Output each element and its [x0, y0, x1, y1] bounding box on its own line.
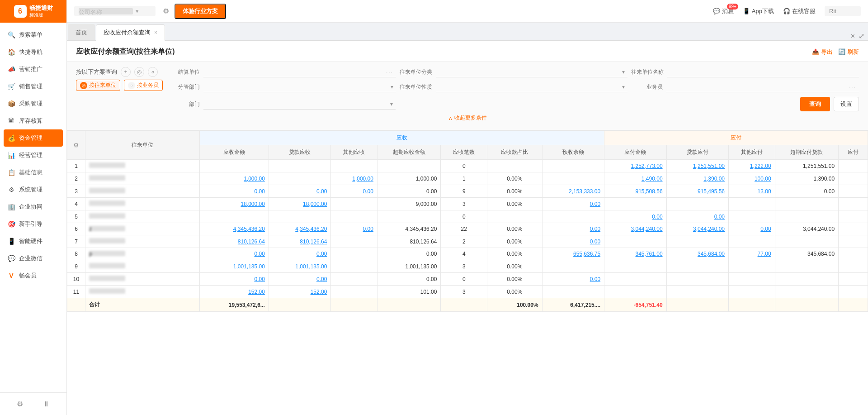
- filter-field-dept-manager: 分管部门 ▾: [168, 82, 396, 92]
- dept-select[interactable]: ▾: [203, 99, 396, 110]
- table-wrapper[interactable]: ⚙ 往来单位 应收 应付 应收金额 贷款应收 其他应收 超期应收金额 应收笔数 …: [67, 130, 868, 415]
- capital-icon: 💰: [7, 134, 15, 142]
- tab-close-icon[interactable]: ×: [154, 29, 157, 36]
- th-ar-loan: 贷款应收: [269, 145, 330, 160]
- th-ar-prepaid: 预收余额: [542, 145, 604, 160]
- sidebar-item-member[interactable]: V 畅会员: [0, 267, 66, 284]
- sidebar-label-capital: 资金管理: [19, 134, 42, 142]
- partner-nature-select[interactable]: ▾: [436, 82, 627, 92]
- sidebar-item-capital[interactable]: 💰 资金管理: [4, 129, 63, 147]
- th-ar-amount: 应收金额: [199, 145, 269, 160]
- tab-ar-ap[interactable]: 应收应付余额查询 ×: [96, 24, 165, 41]
- th-ap-loan: 贷款应付: [666, 145, 728, 160]
- table-row: 100.000.000.0000.00%0.00: [67, 273, 868, 286]
- operations-icon: 📊: [7, 151, 15, 159]
- th-partner: 往来单位: [85, 131, 200, 160]
- message-button[interactable]: 💬 消息 99+: [713, 7, 734, 15]
- sidebar-label-enterprise: 企业协同: [19, 203, 42, 211]
- scheme-tag-by-staff[interactable]: ○ 按业务员: [124, 80, 163, 91]
- marketing-icon: 📣: [7, 65, 15, 73]
- sidebar-item-sales[interactable]: 🛒 销售管理: [0, 78, 66, 95]
- sidebar-item-enterprise[interactable]: 🏢 企业协同: [0, 198, 66, 215]
- sidebar-item-basic-info[interactable]: 📋 基础信息: [0, 164, 66, 181]
- scheme-settings-button[interactable]: ◎: [134, 67, 144, 77]
- scheme-tags: ◎ 按往来单位 ○ 按业务员: [76, 80, 163, 91]
- sidebar-label-operations: 经营管理: [19, 151, 42, 159]
- partner-cat-select[interactable]: ▾: [436, 67, 627, 77]
- page-header: 应收应付余额查询(按往来单位) 📤 导出 🔄 刷新: [67, 41, 868, 62]
- wechat-icon: 💬: [7, 254, 15, 262]
- tabbar-expand-button[interactable]: ⤢: [859, 32, 864, 40]
- app-download-button[interactable]: 📱 App下载: [743, 7, 774, 15]
- service-label: 在线客服: [792, 7, 816, 15]
- salesperson-input[interactable]: ···: [666, 82, 859, 92]
- tab-ar-ap-label: 应收应付余额查询: [104, 29, 151, 37]
- sidebar-item-marketing[interactable]: 📣 营销推广: [0, 61, 66, 78]
- sidebar-collapse-button[interactable]: ⏸: [42, 400, 50, 408]
- tabbar-close-button[interactable]: ×: [851, 32, 855, 40]
- footer-no: [67, 298, 85, 312]
- sidebar-item-inventory[interactable]: 🏛 库存核算: [0, 112, 66, 129]
- sidebar-settings-button[interactable]: ⚙: [17, 400, 23, 408]
- settlement-input[interactable]: ···: [203, 67, 396, 77]
- sidebar-label-purchase: 采购管理: [19, 100, 42, 108]
- scheme-left-button[interactable]: «: [148, 67, 158, 77]
- tab-home-label: 首页: [75, 29, 87, 37]
- sidebar-label-marketing: 营销推广: [19, 65, 42, 73]
- page-actions: 📤 导出 🔄 刷新: [812, 48, 859, 56]
- scheme-add-button[interactable]: +: [121, 67, 131, 77]
- partner-name: p: [85, 248, 200, 260]
- sidebar-item-operations[interactable]: 📊 经营管理: [0, 147, 66, 164]
- refresh-button[interactable]: 🔄 刷新: [838, 48, 859, 56]
- sidebar-item-wechat[interactable]: 💬 企业微信: [0, 250, 66, 267]
- partner-name: [85, 172, 200, 185]
- th-ar-ratio: 应收款占比: [487, 145, 542, 160]
- settings-button[interactable]: 设置: [834, 97, 859, 111]
- action-buttons: 查询 设置: [800, 97, 859, 111]
- sidebar-item-purchase[interactable]: 📦 采购管理: [0, 95, 66, 112]
- filter-row-1: 结算单位 ··· 往来单位分类 ▾ 往来单位名称: [168, 67, 859, 77]
- footer-ar-total: 19,553,472,6...: [199, 298, 269, 312]
- dropdown-arrow-icon2: ▾: [391, 84, 393, 90]
- filter-field-salesperson: 业务员 ···: [631, 82, 859, 92]
- online-service-button[interactable]: 🎧 在线客服: [783, 7, 816, 15]
- partner-name: [85, 260, 200, 273]
- filter-field-dept: 部门 ▾: [168, 99, 396, 110]
- sidebar-item-quick-nav[interactable]: 🏠 快捷导航: [0, 43, 66, 61]
- dept-label: 部门: [168, 100, 200, 108]
- table-row: 418,000.0018,000.009,000.0030.00%0.00: [67, 198, 868, 210]
- table-row: 11152.00152.00101.0030.00%: [67, 286, 868, 298]
- sidebar-item-hardware[interactable]: 📱 智能硬件: [0, 233, 66, 250]
- sidebar-item-search[interactable]: 🔍 搜索菜单: [0, 26, 66, 43]
- sidebar-item-guide[interactable]: 🎯 新手引导: [0, 215, 66, 233]
- user-menu[interactable]: Rit: [825, 6, 861, 16]
- sidebar-item-system[interactable]: ⚙ 系统管理: [0, 181, 66, 198]
- filter-main-row: 按以下方案查询 + ◎ « ◎ 按往来单位: [76, 67, 859, 111]
- partner-name-input[interactable]: [667, 67, 859, 77]
- scheme-tag-by-unit[interactable]: ◎ 按往来单位: [76, 80, 120, 91]
- collapse-button[interactable]: ∧ 收起更多条件: [446, 111, 490, 124]
- tab-home[interactable]: 首页: [68, 24, 95, 40]
- dept-manager-label: 分管部门: [168, 83, 200, 91]
- search-icon: 🔍: [7, 31, 15, 39]
- table-settings-icon[interactable]: ⚙: [73, 142, 79, 149]
- page-title: 应收应付余额查询(按往来单位): [76, 47, 175, 57]
- topbar-settings-icon[interactable]: ⚙: [163, 7, 169, 15]
- company-selector[interactable]: 公司名称 ▾: [74, 6, 156, 16]
- salesperson-label: 业务员: [631, 83, 663, 91]
- th-settings: ⚙: [67, 131, 85, 160]
- promo-button[interactable]: 体验行业方案: [175, 4, 226, 19]
- scheme-settings-icon: ◎: [137, 69, 142, 75]
- filter-right-section: 结算单位 ··· 往来单位分类 ▾ 往来单位名称: [168, 67, 859, 111]
- filter-scheme-section: 按以下方案查询 + ◎ « ◎ 按往来单位: [76, 67, 163, 91]
- topbar-right: 💬 消息 99+ 📱 App下载 🎧 在线客服 Rit: [713, 6, 861, 16]
- filter-row-3: 部门 ▾ 查询 设置: [168, 97, 859, 111]
- hardware-icon: 📱: [7, 237, 15, 245]
- basic-info-icon: 📋: [7, 168, 15, 176]
- query-button[interactable]: 查询: [800, 97, 830, 111]
- table-row: 500.000.00: [67, 210, 868, 223]
- phone-icon: 📱: [743, 8, 750, 14]
- export-button[interactable]: 📤 导出: [812, 48, 833, 56]
- partner-name: [85, 160, 200, 172]
- dept-manager-select[interactable]: ▾: [203, 82, 396, 92]
